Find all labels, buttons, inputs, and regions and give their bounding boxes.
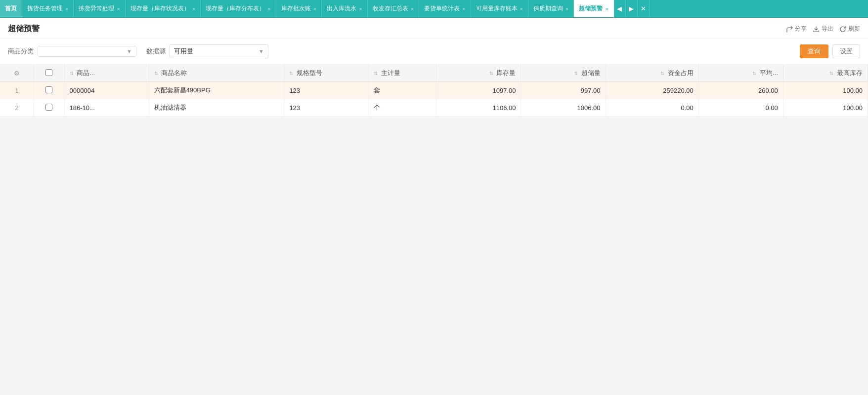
- datasource-select[interactable]: 可用量 ▼: [170, 44, 268, 58]
- col-header-stock[interactable]: ⇅ 库存量: [436, 65, 521, 82]
- cell-code: 0000004: [64, 82, 149, 99]
- filter-area: 商品分类 ▼ 数据源 可用量 ▼ 查询 设置: [0, 39, 868, 65]
- nav-home[interactable]: 首页: [0, 0, 22, 17]
- cell-unit: 个: [369, 99, 436, 117]
- nav-available[interactable]: 可用量库存账本 ×: [471, 0, 528, 17]
- cell-spec: 123: [284, 99, 369, 117]
- query-button[interactable]: 查询: [800, 44, 828, 58]
- table-header-row: ⚙ ⇅ 商品... ⇅ 商品名称 ⇅ 规格型号 ⇅: [0, 65, 868, 82]
- page-title: 超储预警: [8, 24, 40, 34]
- cell-checkbox[interactable]: [34, 82, 64, 99]
- close-icon[interactable]: ×: [267, 6, 270, 12]
- nav-overstock[interactable]: 超储预警 ×: [574, 0, 613, 17]
- settings-button[interactable]: 设置: [832, 44, 860, 58]
- row-checkbox[interactable]: [45, 104, 52, 111]
- cell-capital: 259220.00: [606, 82, 698, 99]
- refresh-icon: [839, 26, 846, 33]
- col-header-avg[interactable]: ⇅ 平均...: [698, 65, 783, 82]
- table-container: ⚙ ⇅ 商品... ⇅ 商品名称 ⇅ 规格型号 ⇅: [0, 65, 868, 117]
- col-header-index: ⚙: [0, 65, 34, 82]
- close-icon[interactable]: ×: [462, 6, 465, 12]
- col-header-max[interactable]: ⇅ 最高库存: [783, 65, 868, 82]
- table-row: 2 186-10... 机油滤清器 123 个 1106.00 1006.00 …: [0, 99, 868, 117]
- cell-index: 2: [0, 99, 34, 117]
- nav-next-arrow[interactable]: ▶: [626, 0, 638, 17]
- col-header-unit[interactable]: ⇅ 主计量: [369, 65, 436, 82]
- data-table: ⚙ ⇅ 商品... ⇅ 商品名称 ⇅ 规格型号 ⇅: [0, 65, 868, 117]
- sort-icon: ⇅: [829, 71, 833, 76]
- col-header-checkbox[interactable]: [34, 65, 64, 82]
- close-icon[interactable]: ×: [192, 6, 195, 12]
- cell-capital: 0.00: [606, 99, 698, 117]
- export-button[interactable]: 导出: [813, 25, 833, 33]
- nav-prev-arrow[interactable]: ◀: [614, 0, 626, 17]
- cell-name: 六配套新昌490BPG: [149, 82, 284, 99]
- nav-inout[interactable]: 出入库流水 ×: [322, 0, 367, 17]
- sort-icon: ⇅: [489, 71, 493, 76]
- col-header-code[interactable]: ⇅ 商品...: [64, 65, 149, 82]
- cell-spec: 123: [284, 82, 369, 99]
- close-icon[interactable]: ×: [313, 6, 316, 12]
- category-select[interactable]: ▼: [38, 46, 136, 57]
- nav-batch[interactable]: 库存批次账 ×: [276, 0, 322, 17]
- close-icon[interactable]: ×: [359, 6, 362, 12]
- export-icon: [813, 26, 820, 33]
- table-body: 1 0000004 六配套新昌490BPG 123 套 1097.00 997.…: [0, 82, 868, 117]
- nav-stock-dist[interactable]: 现存量（库存分布表） ×: [201, 0, 276, 17]
- cell-index: 1: [0, 82, 34, 99]
- datasource-label: 数据源: [146, 47, 166, 56]
- sort-icon: ⇅: [574, 71, 578, 76]
- row-checkbox[interactable]: [45, 86, 52, 93]
- cell-stock: 1097.00: [436, 82, 521, 99]
- nav-stock-status[interactable]: 现存量（库存状况表） ×: [126, 0, 201, 17]
- nav-order-stat[interactable]: 要货单统计表 ×: [419, 0, 471, 17]
- close-icon[interactable]: ×: [411, 6, 414, 12]
- chevron-down-icon: ▼: [127, 48, 132, 54]
- sort-icon: ⇅: [374, 71, 378, 76]
- refresh-button[interactable]: 刷新: [839, 25, 860, 33]
- nav-quality[interactable]: 保质期查询 ×: [528, 0, 574, 17]
- category-label: 商品分类: [8, 47, 34, 56]
- share-button[interactable]: 分享: [786, 25, 807, 33]
- top-nav: 首页 拣货任务管理 × 拣货异常处理 × 现存量（库存状况表） × 现存量（库存…: [0, 0, 868, 18]
- table-row: 1 0000004 六配套新昌490BPG 123 套 1097.00 997.…: [0, 82, 868, 99]
- header-actions: 分享 导出 刷新: [786, 25, 860, 33]
- share-icon: [786, 26, 793, 33]
- cell-max: 100.00: [783, 99, 868, 117]
- close-icon[interactable]: ×: [605, 6, 608, 12]
- category-filter-group: 商品分类 ▼: [8, 46, 136, 57]
- cell-over: 1006.00: [521, 99, 606, 117]
- cell-over: 997.00: [521, 82, 606, 99]
- datasource-filter-group: 数据源 可用量 ▼: [146, 44, 268, 58]
- page-header: 超储预警 分享 导出 刷新: [0, 18, 868, 39]
- col-header-spec[interactable]: ⇅ 规格型号: [284, 65, 369, 82]
- nav-task-mgmt[interactable]: 拣货任务管理 ×: [22, 0, 74, 17]
- close-icon[interactable]: ×: [520, 6, 523, 12]
- cell-avg: 260.00: [698, 82, 783, 99]
- filter-actions: 查询 设置: [800, 44, 860, 58]
- sort-icon: ⇅: [70, 71, 74, 76]
- close-icon[interactable]: ×: [117, 6, 120, 12]
- cell-code: 186-10...: [64, 99, 149, 117]
- sort-icon: ⇅: [752, 71, 756, 76]
- col-header-name[interactable]: ⇅ 商品名称: [149, 65, 284, 82]
- gear-settings-icon[interactable]: ⚙: [14, 70, 20, 77]
- chevron-down-icon: ▼: [259, 48, 264, 54]
- select-all-checkbox[interactable]: [45, 69, 52, 76]
- cell-unit: 套: [369, 82, 436, 99]
- close-icon[interactable]: ×: [65, 6, 68, 12]
- col-header-capital[interactable]: ⇅ 资金占用: [606, 65, 698, 82]
- cell-stock: 1106.00: [436, 99, 521, 117]
- cell-checkbox[interactable]: [34, 99, 64, 117]
- close-icon[interactable]: ×: [565, 6, 568, 12]
- nav-close-arrow[interactable]: ✕: [638, 0, 650, 17]
- nav-abnormal[interactable]: 拣货异常处理 ×: [74, 0, 125, 17]
- nav-collect[interactable]: 收发存汇总表 ×: [368, 0, 419, 17]
- sort-icon: ⇅: [154, 71, 158, 76]
- datasource-select-value: 可用量: [174, 47, 193, 56]
- cell-max: 100.00: [783, 82, 868, 99]
- cell-name: 机油滤清器: [149, 99, 284, 117]
- sort-icon: ⇅: [660, 71, 664, 76]
- sort-icon: ⇅: [289, 71, 293, 76]
- col-header-over[interactable]: ⇅ 超储量: [521, 65, 606, 82]
